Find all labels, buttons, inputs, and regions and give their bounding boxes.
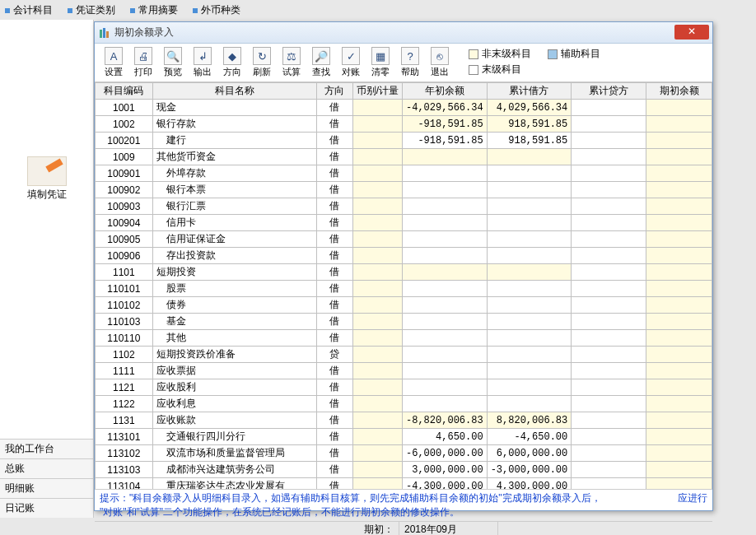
table-row[interactable]: 1121应收股利借 xyxy=(96,379,712,396)
table-row[interactable]: 100906存出投资款借 xyxy=(96,248,712,264)
cell-name[interactable]: 应收账款 xyxy=(152,412,316,429)
cell-year-begin[interactable] xyxy=(403,363,488,379)
cell-name[interactable]: 交通银行四川分行 xyxy=(152,429,316,445)
cell-debit-sum[interactable] xyxy=(487,363,572,379)
cell-year-begin[interactable] xyxy=(403,165,488,182)
cell-direction[interactable]: 借 xyxy=(316,100,352,116)
column-header[interactable]: 年初余额 xyxy=(403,83,488,100)
cell-name[interactable]: 信用卡 xyxy=(152,215,316,231)
nav-item[interactable]: 明细账 xyxy=(0,478,93,498)
cell-direction[interactable]: 借 xyxy=(316,281,352,297)
cell-currency[interactable] xyxy=(352,445,402,462)
cell-credit-sum[interactable] xyxy=(572,231,646,248)
cell-code[interactable]: 1131 xyxy=(96,412,153,429)
table-row[interactable]: 113103成都沛兴达建筑劳务公司借3,000,000.00-3,000,000… xyxy=(96,462,712,478)
cell-currency[interactable] xyxy=(352,149,402,165)
cell-currency[interactable] xyxy=(352,165,402,182)
cell-debit-sum[interactable] xyxy=(487,281,572,297)
cell-period-begin[interactable] xyxy=(646,248,712,264)
nav-item[interactable]: 总账 xyxy=(0,458,93,478)
cell-credit-sum[interactable] xyxy=(572,478,646,490)
cell-credit-sum[interactable] xyxy=(572,396,646,412)
cell-period-begin[interactable] xyxy=(646,478,712,490)
table-row[interactable]: 100905信用证保证金借 xyxy=(96,231,712,248)
cell-direction[interactable]: 借 xyxy=(316,379,352,396)
cell-code[interactable]: 1002 xyxy=(96,116,153,133)
cell-code[interactable]: 1122 xyxy=(96,396,153,412)
table-row[interactable]: 113104重庆瑞姿达生态农业发展有借-4,300,000.004,300,00… xyxy=(96,478,712,490)
table-row[interactable]: 110110其他借 xyxy=(96,330,712,347)
cell-credit-sum[interactable] xyxy=(572,379,646,396)
cell-period-begin[interactable] xyxy=(646,182,712,198)
cell-debit-sum[interactable]: -4,650.00 xyxy=(487,429,572,445)
cell-direction[interactable]: 借 xyxy=(316,116,352,133)
cell-period-begin[interactable] xyxy=(646,347,712,363)
cell-credit-sum[interactable] xyxy=(572,100,646,116)
cell-code[interactable]: 110110 xyxy=(96,330,153,347)
cell-name[interactable]: 银行存款 xyxy=(152,116,316,133)
cell-year-begin[interactable] xyxy=(403,149,488,165)
cell-code[interactable]: 113102 xyxy=(96,445,153,462)
cell-currency[interactable] xyxy=(352,379,402,396)
cell-period-begin[interactable] xyxy=(646,379,712,396)
table-row[interactable]: 100903银行汇票借 xyxy=(96,198,712,215)
cell-name[interactable]: 存出投资款 xyxy=(152,248,316,264)
cell-debit-sum[interactable] xyxy=(487,248,572,264)
cell-year-begin[interactable] xyxy=(403,182,488,198)
table-row[interactable]: 1001现金借-4,029,566.344,029,566.34 xyxy=(96,100,712,116)
cell-credit-sum[interactable] xyxy=(572,281,646,297)
cell-year-begin[interactable]: -4,300,000.00 xyxy=(403,478,488,490)
cell-name[interactable]: 重庆瑞姿达生态农业发展有 xyxy=(152,478,316,490)
cell-currency[interactable] xyxy=(352,347,402,363)
cell-name[interactable]: 应收股利 xyxy=(152,379,316,396)
cell-name[interactable]: 现金 xyxy=(152,100,316,116)
cell-currency[interactable] xyxy=(352,264,402,281)
cell-credit-sum[interactable] xyxy=(572,149,646,165)
top-tab[interactable]: 外币种类 xyxy=(193,3,240,17)
cell-direction[interactable]: 借 xyxy=(316,248,352,264)
cell-year-begin[interactable] xyxy=(403,215,488,231)
cell-direction[interactable]: 借 xyxy=(316,445,352,462)
cell-code[interactable]: 100902 xyxy=(96,182,153,198)
cell-period-begin[interactable] xyxy=(646,429,712,445)
cell-code[interactable]: 113103 xyxy=(96,462,153,478)
cell-year-begin[interactable] xyxy=(403,248,488,264)
cell-year-begin[interactable]: -918,591.85 xyxy=(403,133,488,149)
cell-code[interactable]: 1009 xyxy=(96,149,153,165)
column-header[interactable]: 币别/计量 xyxy=(352,83,402,100)
cell-credit-sum[interactable] xyxy=(572,347,646,363)
table-row[interactable]: 113101交通银行四川分行借4,650.00-4,650.00 xyxy=(96,429,712,445)
cell-direction[interactable]: 借 xyxy=(316,165,352,182)
cell-currency[interactable] xyxy=(352,281,402,297)
cell-currency[interactable] xyxy=(352,116,402,133)
table-row[interactable]: 1102短期投资跌价准备贷 xyxy=(96,347,712,363)
table-row[interactable]: 100901外埠存款借 xyxy=(96,165,712,182)
table-row[interactable]: 110103基金借 xyxy=(96,314,712,330)
cell-currency[interactable] xyxy=(352,198,402,215)
cell-name[interactable]: 应收票据 xyxy=(152,363,316,379)
cell-direction[interactable]: 借 xyxy=(316,330,352,347)
cell-credit-sum[interactable] xyxy=(572,429,646,445)
top-tab[interactable]: 凭证类别 xyxy=(68,3,115,17)
close-button[interactable]: ✕ xyxy=(674,25,709,40)
cell-code[interactable]: 113104 xyxy=(96,478,153,490)
cell-credit-sum[interactable] xyxy=(572,264,646,281)
cell-name[interactable]: 成都沛兴达建筑劳务公司 xyxy=(152,462,316,478)
cell-direction[interactable]: 借 xyxy=(316,462,352,478)
cell-period-begin[interactable] xyxy=(646,100,712,116)
table-row[interactable]: 113102双流市场和质量监督管理局借-6,000,000.006,000,00… xyxy=(96,445,712,462)
cell-period-begin[interactable] xyxy=(646,314,712,330)
cell-credit-sum[interactable] xyxy=(572,182,646,198)
column-header[interactable]: 方向 xyxy=(316,83,352,100)
column-header[interactable]: 科目编码 xyxy=(96,83,153,100)
cell-debit-sum[interactable]: 918,591.85 xyxy=(487,133,572,149)
cell-code[interactable]: 100904 xyxy=(96,215,153,231)
titlebar[interactable]: 期初余额录入 ✕ xyxy=(95,22,712,44)
cell-code[interactable]: 100901 xyxy=(96,165,153,182)
cell-code[interactable]: 110102 xyxy=(96,297,153,314)
cell-direction[interactable]: 借 xyxy=(316,396,352,412)
cell-period-begin[interactable] xyxy=(646,149,712,165)
cell-credit-sum[interactable] xyxy=(572,314,646,330)
cell-code[interactable]: 1111 xyxy=(96,363,153,379)
table-row[interactable]: 1111应收票据借 xyxy=(96,363,712,379)
